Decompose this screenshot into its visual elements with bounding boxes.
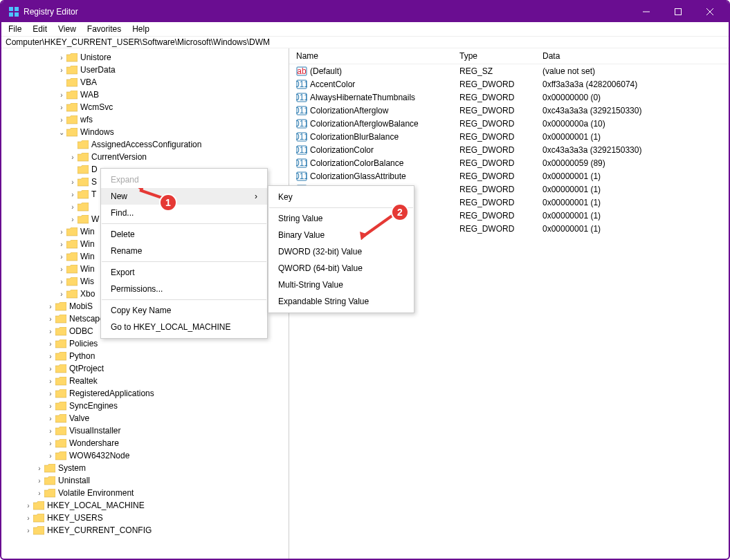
value-row[interactable]: ab(Default)REG_SZ(value not set): [289, 64, 729, 77]
tree-item-label: S: [91, 177, 97, 187]
svg-rect-2: [9, 12, 13, 17]
menu-edit[interactable]: Edit: [27, 23, 53, 35]
tree-item-label: W: [91, 214, 99, 224]
value-row[interactable]: 011ColorizationColorREG_DWORD0xc43a3a3a …: [289, 143, 729, 156]
window-title: Registry Editor: [24, 7, 78, 17]
tree-item[interactable]: ›Uninstall: [1, 474, 289, 487]
col-name[interactable]: Name: [296, 51, 459, 61]
tree-item[interactable]: ›WAB: [1, 88, 289, 101]
menu-view[interactable]: View: [53, 23, 82, 35]
tree-item-label: Win: [80, 264, 95, 274]
tree-item[interactable]: ›wfs: [1, 113, 289, 126]
value-row[interactable]: 011ColorizationAfterglowREG_DWORD0xc43a3…: [289, 104, 729, 117]
tree-item[interactable]: ›AssignedAccessConfiguration: [1, 138, 289, 151]
tree-item-label: HKEY_CURRENT_CONFIG: [47, 525, 152, 535]
tree-item[interactable]: ›CurrentVersion: [1, 151, 289, 163]
value-name: AccentColor: [310, 80, 355, 89]
tree-item[interactable]: ›Policies: [1, 337, 289, 350]
tree-item[interactable]: ›HKEY_USERS: [1, 512, 289, 524]
context-item[interactable]: Permissions...: [101, 281, 267, 297]
value-name: ColorizationColor: [310, 145, 374, 155]
tree-item[interactable]: ›WcmSvc: [1, 101, 289, 113]
tree-item-label: D: [91, 165, 98, 174]
value-data: 0x0000000a (10): [542, 119, 729, 129]
tree-item[interactable]: ›Unistore: [1, 51, 289, 64]
value-type: REG_DWORD: [459, 211, 542, 221]
menu-favorites[interactable]: Favorites: [82, 23, 127, 35]
value-row[interactable]: 011ColorizationAfterglowBalanceREG_DWORD…: [289, 117, 729, 130]
tree-item[interactable]: ›Wondershare: [1, 437, 289, 449]
menu-file[interactable]: File: [3, 23, 27, 35]
tree-item-label: Win: [80, 227, 95, 236]
context-item[interactable]: New›: [101, 188, 267, 205]
address-bar[interactable]: Computer\HKEY_CURRENT_USER\Software\Micr…: [1, 36, 729, 48]
tree-item[interactable]: ›Volatile Environment: [1, 487, 289, 499]
tree-item-label: Volatile Environment: [58, 488, 134, 498]
tree-item[interactable]: ›System: [1, 462, 289, 474]
context-item[interactable]: Go to HKEY_LOCAL_MACHINE: [101, 319, 267, 335]
tree-item-label: Valve: [69, 413, 89, 423]
tree-item[interactable]: ›WOW6432Node: [1, 449, 289, 462]
context-item[interactable]: Copy Key Name: [101, 302, 267, 319]
value-row[interactable]: 011AlwaysHibernateThumbnailsREG_DWORD0x0…: [289, 91, 729, 104]
chevron-right-icon: ›: [255, 192, 257, 201]
titlebar: Registry Editor: [1, 1, 729, 22]
value-row[interactable]: 011ColorizationGlassAttributeREG_DWORD0x…: [289, 169, 729, 183]
tree-item-label: Win: [80, 239, 95, 249]
context-item[interactable]: Rename: [101, 243, 267, 259]
tree-item[interactable]: ›QtProject: [1, 362, 289, 375]
value-type: REG_DWORD: [459, 132, 542, 142]
tree-item-label: Policies: [69, 339, 98, 348]
minimize-button[interactable]: [630, 1, 662, 22]
tree-item-label: Realtek: [69, 376, 98, 386]
col-data[interactable]: Data: [542, 51, 729, 61]
value-row[interactable]: 011ColorizationColorBalanceREG_DWORD0x00…: [289, 156, 729, 169]
value-row[interactable]: 011AccentColorREG_DWORD0xff3a3a3a (42820…: [289, 77, 729, 91]
svg-text:011: 011: [296, 145, 307, 155]
tree-item-label: System: [58, 463, 86, 473]
context-item[interactable]: Delete: [101, 226, 267, 243]
tree-item[interactable]: ›HKEY_LOCAL_MACHINE: [1, 499, 289, 512]
tree-item[interactable]: ›RegisteredApplications: [1, 387, 289, 400]
value-data: 0x00000059 (89): [542, 158, 729, 168]
tree-item[interactable]: ›Realtek: [1, 375, 289, 387]
svg-text:011: 011: [296, 171, 307, 181]
context-item: Expand: [101, 171, 267, 188]
menu-help[interactable]: Help: [127, 23, 155, 35]
value-name: ColorizationColorBalance: [310, 158, 403, 168]
maximize-button[interactable]: [662, 1, 694, 22]
tree-item-label: MobiS: [69, 301, 93, 311]
context-item[interactable]: QWORD (64-bit) Value: [268, 260, 421, 277]
values-header: Name Type Data: [289, 48, 729, 64]
close-button[interactable]: [694, 1, 726, 22]
tree-item[interactable]: ›Python: [1, 350, 289, 362]
svg-rect-1: [15, 7, 19, 11]
value-data: 0xc43a3a3a (3292150330): [542, 106, 729, 115]
tree-item[interactable]: ›VisualInstaller: [1, 424, 289, 437]
context-item[interactable]: Expandable String Value: [268, 293, 421, 310]
tree-item[interactable]: ›SyncEngines: [1, 400, 289, 412]
arrow-2: [358, 212, 394, 240]
context-item[interactable]: Binary Value: [268, 227, 421, 243]
tree-item-label: Netscape: [69, 314, 104, 324]
tree-item-label: VBA: [80, 77, 97, 87]
tree-item[interactable]: ›UserData: [1, 64, 289, 76]
value-type: REG_DWORD: [459, 198, 542, 207]
value-type: REG_DWORD: [459, 158, 542, 168]
col-type[interactable]: Type: [459, 51, 542, 61]
context-item[interactable]: Multi-String Value: [268, 277, 421, 293]
value-row[interactable]: 011ColorizationBlurBalanceREG_DWORD0x000…: [289, 130, 729, 143]
context-item[interactable]: Export: [101, 264, 267, 281]
context-item[interactable]: Find...: [101, 205, 267, 221]
tree-item[interactable]: ›HKEY_CURRENT_CONFIG: [1, 524, 289, 536]
context-item[interactable]: DWORD (32-bit) Value: [268, 243, 421, 260]
tree-item-label: WAB: [80, 90, 99, 100]
tree-item[interactable]: ›VBA: [1, 76, 289, 88]
value-type: REG_DWORD: [459, 171, 542, 181]
tree-item-label: WcmSvc: [80, 102, 113, 112]
tree-item[interactable]: ⌄Windows: [1, 126, 289, 138]
tree-item-label: RegisteredApplications: [69, 389, 154, 398]
tree-item-label: HKEY_LOCAL_MACHINE: [47, 501, 145, 510]
tree-item[interactable]: ›Valve: [1, 412, 289, 424]
menubar: File Edit View Favorites Help: [1, 22, 729, 36]
